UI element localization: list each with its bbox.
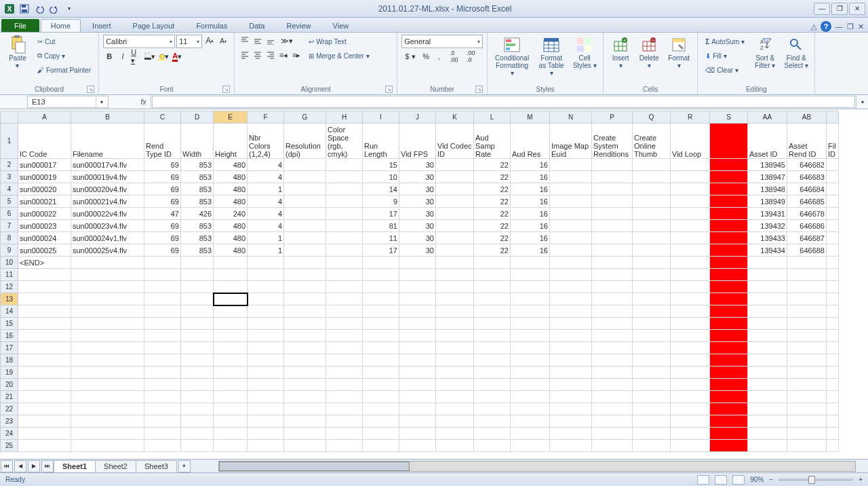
cell-D12[interactable] [181, 281, 214, 293]
cell-I21[interactable] [363, 391, 399, 403]
col-header-C[interactable]: C [144, 111, 181, 124]
page-layout-view-icon[interactable] [715, 475, 727, 485]
cell-16[interactable] [827, 330, 839, 342]
col-header-N[interactable]: N [550, 111, 592, 124]
cell-C20[interactable] [144, 379, 181, 391]
cell-C4[interactable]: 69 [144, 183, 181, 195]
row-header-2[interactable]: 2 [1, 159, 18, 171]
cell-M3[interactable]: 16 [511, 171, 550, 183]
cell-S6[interactable] [710, 208, 748, 220]
cell-G3[interactable] [284, 171, 326, 183]
row-header-24[interactable]: 24 [1, 428, 18, 440]
font-launcher-icon[interactable]: ↘ [222, 86, 230, 93]
cell-C2[interactable]: 69 [144, 159, 181, 171]
cell-E21[interactable] [214, 391, 248, 403]
row-header-15[interactable]: 15 [1, 318, 18, 330]
comma-format-icon[interactable]: , [433, 50, 445, 62]
cell-Q10[interactable] [633, 257, 671, 269]
cell-G15[interactable] [284, 318, 326, 330]
cell-P18[interactable] [592, 354, 633, 367]
cell-H20[interactable] [326, 379, 363, 391]
cell-J18[interactable] [399, 354, 436, 367]
row-header-5[interactable]: 5 [1, 195, 18, 208]
cell-Q16[interactable] [633, 330, 671, 342]
cell-K4[interactable] [436, 183, 474, 195]
cell-D8[interactable]: 853 [181, 232, 214, 244]
cell-F13[interactable] [248, 293, 284, 305]
cell-M10[interactable] [511, 257, 550, 269]
cell-K20[interactable] [436, 379, 474, 391]
cell-N15[interactable] [550, 318, 592, 330]
cell-S3[interactable] [710, 171, 748, 183]
cell-M4[interactable]: 16 [511, 183, 550, 195]
cell-P10[interactable] [592, 257, 633, 269]
cell-R11[interactable] [671, 269, 710, 281]
row-header-22[interactable]: 22 [1, 403, 18, 415]
cell-N8[interactable] [550, 232, 592, 244]
cell-E2[interactable]: 480 [214, 159, 248, 171]
font-name-dropdown[interactable]: Calibri▾ [103, 35, 175, 48]
cell-A14[interactable] [18, 305, 71, 318]
cell-D17[interactable] [181, 342, 214, 354]
cell-C16[interactable] [144, 330, 181, 342]
cell-L2[interactable]: 22 [474, 159, 511, 171]
cell-J9[interactable]: 30 [399, 244, 436, 257]
align-bottom-icon[interactable] [264, 35, 277, 47]
cell-N20[interactable] [550, 379, 592, 391]
cell-G10[interactable] [284, 257, 326, 269]
cell-K22[interactable] [436, 403, 474, 415]
cell-F14[interactable] [248, 305, 284, 318]
row-header-7[interactable]: 7 [1, 220, 18, 232]
cell-R24[interactable] [671, 428, 710, 440]
cell-A6[interactable]: sun000022 [18, 208, 71, 220]
cell-C17[interactable] [144, 342, 181, 354]
cell-D18[interactable] [181, 354, 214, 367]
cell-P13[interactable] [592, 293, 633, 305]
cell-E1[interactable]: Height [214, 124, 248, 159]
cell-AB12[interactable] [787, 281, 827, 293]
cell-A13[interactable] [18, 293, 71, 305]
cell-E15[interactable] [214, 318, 248, 330]
redo-icon[interactable] [47, 2, 61, 16]
cell-17[interactable] [827, 342, 839, 354]
next-sheet-nav-icon[interactable]: ▶ [28, 460, 40, 472]
cell-9[interactable] [827, 244, 839, 257]
cell-3[interactable] [827, 171, 839, 183]
cell-R10[interactable] [671, 257, 710, 269]
cell-J23[interactable] [399, 415, 436, 428]
cell-N7[interactable] [550, 220, 592, 232]
cell-Q2[interactable] [633, 159, 671, 171]
cell-I1[interactable]: Run Length [363, 124, 399, 159]
cell-P12[interactable] [592, 281, 633, 293]
cell-F21[interactable] [248, 391, 284, 403]
cell-14[interactable] [827, 305, 839, 318]
cell-K18[interactable] [436, 354, 474, 367]
cell-F8[interactable]: 1 [248, 232, 284, 244]
cell-P24[interactable] [592, 428, 633, 440]
cell-K3[interactable] [436, 171, 474, 183]
cell-P25[interactable] [592, 440, 633, 452]
cell-N2[interactable] [550, 159, 592, 171]
align-top-icon[interactable] [239, 35, 251, 47]
tab-insert[interactable]: Insert [82, 19, 121, 32]
cell-I22[interactable] [363, 403, 399, 415]
cell-10[interactable] [827, 257, 839, 269]
cell-S2[interactable] [710, 159, 748, 171]
cell-S13[interactable] [710, 293, 748, 305]
cell-G23[interactable] [284, 415, 326, 428]
cell-G5[interactable] [284, 195, 326, 208]
cell-D6[interactable]: 426 [181, 208, 214, 220]
undo-icon[interactable] [33, 2, 46, 16]
cell-H1[interactable]: Color Space (rgb, cmyk) [326, 124, 363, 159]
cell-L22[interactable] [474, 403, 511, 415]
cell-B15[interactable] [71, 318, 144, 330]
cell-A3[interactable]: sun000019 [18, 171, 71, 183]
col-header-G[interactable]: G [284, 111, 326, 124]
cell-D19[interactable] [181, 367, 214, 379]
font-size-dropdown[interactable]: 11▾ [176, 35, 202, 48]
cell-N24[interactable] [550, 428, 592, 440]
cell-P11[interactable] [592, 269, 633, 281]
qat-customize-icon[interactable]: ▾ [62, 2, 76, 16]
cell-C15[interactable] [144, 318, 181, 330]
cell-N14[interactable] [550, 305, 592, 318]
